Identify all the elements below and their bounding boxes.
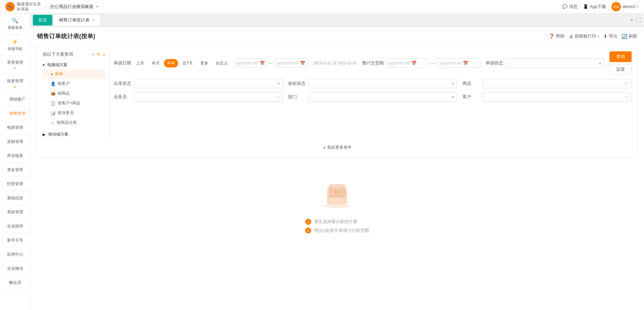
customer-input[interactable]: ··· — [483, 92, 632, 102]
payment-status-group: 收款状态 ▾ — [288, 79, 457, 88]
user-menu[interactable]: Ea demo2 ▾ — [611, 2, 639, 11]
collapse-conditions-btn[interactable]: ∧ 收起更多条件 — [43, 141, 632, 152]
page-content: 销售订单统计表(按单) ❓ 帮助 🖨 按模板打印 ▾ ⬇ 导出 — [30, 27, 644, 310]
preset-last-month[interactable]: 上月 — [133, 59, 147, 67]
preset-custom[interactable]: 自定义 — [213, 59, 231, 67]
pc-category-label: 电脑端方案 — [47, 62, 67, 68]
sidebar-item-basic[interactable]: 基础信息 — [0, 191, 30, 205]
salesperson-input[interactable]: ··· — [134, 92, 283, 102]
scheme-panel-title: 按以下方案查询 — [43, 51, 73, 57]
preset-last7[interactable]: 近7天 — [179, 59, 196, 67]
by-cat-icon: 🗂 — [51, 120, 55, 125]
scheme-item-by-product[interactable]: 📦 按商品 — [43, 89, 105, 98]
logo-icon: 🐾 — [5, 2, 15, 11]
sidebar-item-guide[interactable]: 新手引导 — [0, 234, 30, 248]
delivery-status-select[interactable]: ▾ — [134, 79, 283, 88]
scheme-add-icon[interactable]: + — [92, 52, 95, 57]
empty-tip-1: 1 请先选择要分析的方案 — [305, 219, 369, 225]
print-btn[interactable]: 🖨 按模板打印 ▾ — [569, 33, 599, 39]
scheme-item-by-customer[interactable]: 👤 按客户 — [43, 79, 105, 89]
basic-label: 基础信息 — [7, 195, 23, 201]
tab-home-label: 首页 — [38, 17, 47, 23]
settings-button[interactable]: 设置 — [609, 64, 632, 75]
preset-this-year[interactable]: 本年 — [164, 59, 178, 67]
by-product-icon: 📦 — [51, 91, 56, 96]
customer-label: 客户 — [463, 94, 481, 100]
sidebar-item-sales[interactable]: 销售管理 — [0, 107, 30, 121]
tip-num-1: 1 — [305, 219, 311, 225]
page-title-row: 销售订单统计表(按单) ❓ 帮助 🖨 按模板打印 ▾ ⬇ 导出 — [37, 32, 637, 40]
print-dropdown-icon[interactable]: ▾ — [598, 35, 599, 38]
app-download-btn[interactable]: 📱 App下载 — [583, 4, 606, 10]
scheme-edit-icon[interactable]: ✎ — [97, 52, 101, 57]
tab-home[interactable]: 首页 — [33, 15, 52, 25]
query-button[interactable]: 查询 — [609, 51, 632, 62]
print-icon: 🖨 — [569, 34, 573, 39]
scheme-item-by-category[interactable]: 🗂 按商品分类 — [43, 118, 105, 127]
export-btn[interactable]: ⬇ 导出 — [603, 33, 618, 39]
sidebar-item-system[interactable]: 系统管理 — [0, 205, 30, 219]
scheme-category-mobile-title[interactable]: ▶ 移动端方案 — [43, 130, 105, 139]
sidebar-item-retail[interactable]: 零售管理 ▾ — [0, 56, 30, 74]
preset-more[interactable]: 更多 — [197, 59, 211, 67]
date-presets: 上月 本月 本年 近7天 更多 自定义 — [133, 59, 231, 67]
sidebar-item-inventory[interactable]: 库存核算 — [0, 149, 30, 163]
expected-date-start[interactable]: yyyy-mm-dd 📅 — [386, 58, 429, 68]
scheme-actions: + ✎ « — [92, 52, 105, 57]
messages-btn[interactable]: 💬 消息 — [562, 4, 578, 10]
sidebar-item-shortcut[interactable]: ⚡ 快捷导航 — [0, 35, 30, 56]
sidebar-item-procurement[interactable]: 采购管理 — [0, 135, 30, 149]
refresh-btn[interactable]: 🔄 刷新 — [622, 33, 637, 39]
workspace-dropdown-icon[interactable]: ▾ — [96, 4, 98, 9]
tab-close-icon[interactable]: × — [92, 18, 95, 22]
sidebar-item-operations[interactable]: 经营管理 — [0, 177, 30, 191]
tip-text-2: 用[过滤]条件来缩小分析范围 — [314, 227, 369, 234]
help-btn[interactable]: ❓ 帮助 — [549, 33, 565, 39]
sidebar-item-member[interactable]: 畅会员 — [0, 276, 30, 290]
empty-tips: 1 请先选择要分析的方案 2 用[过滤]条件来缩小分析范围 — [305, 219, 369, 234]
breadcrumb-separator: | — [45, 4, 46, 9]
payment-status-select[interactable]: ▾ — [309, 79, 457, 88]
sidebar-item-wholesale[interactable]: 批发管理 ▴ — [0, 74, 30, 93]
date-range-dash: — — [269, 61, 273, 66]
preset-this-month[interactable]: 本月 — [149, 59, 163, 67]
date-start-input[interactable]: yyyy-mm-dd 📅 — [234, 58, 267, 68]
sidebar-item-wechat[interactable]: 企业微信 — [0, 262, 30, 276]
payment-status-label: 收款状态 — [288, 81, 307, 87]
department-select[interactable]: ▾ — [309, 92, 457, 102]
user-chevron-icon: ▾ — [637, 5, 639, 8]
sidebar-item-finance[interactable]: 资金管理 — [0, 163, 30, 177]
filter-layout: 按以下方案查询 + ✎ « ▾ 电脑端方案 — [43, 51, 632, 141]
sidebar-item-cooperation[interactable]: 企业协同 — [0, 219, 30, 234]
scheme-panel: 按以下方案查询 + ✎ « ▾ 电脑端方案 — [43, 51, 110, 141]
download-icon: 📱 — [583, 4, 588, 9]
sidebar-item-marketing[interactable]: 营销推广 — [0, 93, 30, 107]
filter-panel: 按以下方案查询 + ✎ « ▾ 电脑端方案 — [37, 46, 637, 157]
action-btns: 查询 设置 — [609, 51, 632, 75]
operations-label: 经营管理 — [7, 181, 23, 187]
sidebar: 🔍 搜索菜单 ⚡ 快捷导航 零售管理 ▾ 批发管理 ▴ 营销推广 销售管理 电商… — [0, 13, 30, 310]
by-customer-icon: 👤 — [51, 82, 56, 86]
message-icon: 💬 — [562, 4, 568, 9]
sidebar-item-search[interactable]: 🔍 搜索菜单 — [0, 13, 30, 35]
scheme-item-by-salesperson[interactable]: 📊 按业务员 — [43, 108, 105, 118]
expected-date-end[interactable]: yyyy-mm-dd 📅 — [437, 58, 481, 68]
date-label: 单据日期 — [114, 60, 131, 66]
sidebar-item-ecommerce[interactable]: 电商管理 — [0, 121, 30, 135]
calendar-start-icon: 📅 — [260, 61, 265, 66]
date-end-input[interactable]: yyyy-mm-dd 📅 — [274, 58, 308, 68]
doc-status-select[interactable]: ▾ — [505, 58, 604, 68]
product-input[interactable]: ··· — [483, 79, 632, 88]
scheme-item-by-customer-product[interactable]: 📋 按客户+商品 — [43, 98, 105, 108]
scheme-category-pc-title[interactable]: ▾ 电脑端方案 — [43, 61, 105, 69]
filter-row-3: 业务员 ··· 部门 ▾ — [114, 92, 632, 102]
scheme-item-by-doc[interactable]: ● 按单 — [43, 69, 105, 79]
tab-sales-stats[interactable]: 销售订单统计表 × — [54, 15, 100, 25]
tab-fullscreen-btn[interactable]: ⛶ — [636, 17, 641, 23]
customer-dots-icon: ··· — [624, 94, 629, 100]
scheme-collapse-icon[interactable]: « — [103, 52, 105, 57]
sidebar-item-appstore[interactable]: 应用中心 — [0, 248, 30, 262]
tab-close-btn[interactable]: × — [630, 17, 633, 23]
svg-point-4 — [334, 191, 336, 193]
top-bar: 🐾 畅捷通好生意 标准版 | 办公用品行业模拟账套 ▾ 💬 消息 📱 App下载… — [0, 0, 644, 13]
